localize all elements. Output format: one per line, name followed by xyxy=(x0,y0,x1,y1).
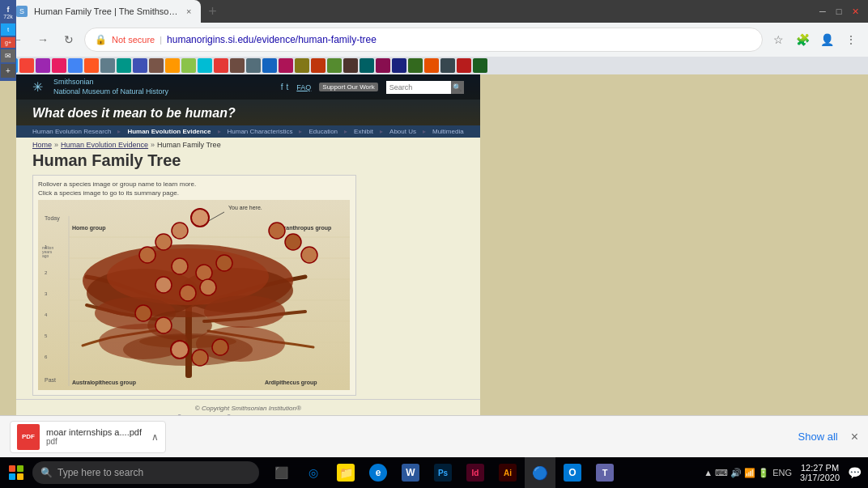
nav-item-multimedia[interactable]: Multimedia xyxy=(432,128,464,135)
tray-volume-icon[interactable]: 🔊 xyxy=(730,468,742,478)
ext-21[interactable] xyxy=(327,58,342,73)
notification-button[interactable]: 💬 xyxy=(848,466,862,479)
tray-keyboard-icon[interactable]: ⌨ xyxy=(715,468,728,478)
download-info: moar internships a....pdf pdf xyxy=(46,427,142,446)
svg-point-47 xyxy=(196,265,212,281)
tree-instruction-2: Click a species image to go to its summa… xyxy=(38,189,351,197)
ext-5[interactable] xyxy=(68,58,83,73)
outlook-icon: O xyxy=(564,464,581,482)
tab-close-button[interactable]: × xyxy=(186,6,191,16)
file-explorer-button[interactable]: 📁 xyxy=(330,457,361,488)
minimize-button[interactable]: ─ xyxy=(816,5,829,18)
ext-18[interactable] xyxy=(279,58,293,73)
nav-item-evolution-evidence[interactable]: Human Evolution Evidence xyxy=(127,128,211,135)
language-indicator[interactable]: ENG xyxy=(772,468,792,477)
taskbar-search[interactable]: 🔍 Type here to search xyxy=(32,461,259,484)
svg-text:Ardipithecus group: Ardipithecus group xyxy=(265,380,317,386)
more-share-button[interactable]: + xyxy=(1,74,15,78)
nav-item-about[interactable]: About Us xyxy=(389,128,416,135)
ext-22[interactable] xyxy=(343,58,358,73)
ext-28[interactable] xyxy=(440,58,455,73)
taskbar-search-placeholder: Type here to search xyxy=(57,467,143,478)
url-bar[interactable]: 🔒 Not secure | humanorigins.si.edu/evide… xyxy=(84,28,763,52)
ext-12[interactable] xyxy=(181,58,196,73)
nav-item-education[interactable]: Education xyxy=(308,128,338,135)
faq-link[interactable]: FAQ xyxy=(296,83,311,91)
support-link[interactable]: Support Our Work xyxy=(319,83,377,91)
maximize-button[interactable]: □ xyxy=(832,5,845,18)
twitter-header-icon[interactable]: t xyxy=(287,83,289,91)
ext-23[interactable] xyxy=(360,58,374,73)
ext-26[interactable] xyxy=(408,58,423,73)
ext-20[interactable] xyxy=(311,58,326,73)
ext-16[interactable] xyxy=(246,58,261,73)
ext-14[interactable] xyxy=(214,58,228,73)
ext-25[interactable] xyxy=(392,58,406,73)
chrome-button[interactable]: 🔵 xyxy=(525,457,555,488)
facebook-header-icon[interactable]: f xyxy=(281,83,283,91)
ext-3[interactable] xyxy=(36,58,50,73)
windows-logo-icon xyxy=(9,465,23,480)
ext-17[interactable] xyxy=(262,58,277,73)
active-tab[interactable]: S Human Family Tree | The Smithson... × xyxy=(6,0,201,23)
teams-button[interactable]: T xyxy=(589,457,620,488)
ext-27[interactable] xyxy=(424,58,439,73)
profile-button[interactable]: 👤 xyxy=(816,29,837,50)
bookmark-button[interactable]: ☆ xyxy=(768,29,789,50)
start-button[interactable] xyxy=(0,457,32,488)
file-explorer-icon: 📁 xyxy=(337,464,355,482)
header-search[interactable]: 🔍 xyxy=(386,81,464,94)
svg-point-51 xyxy=(200,279,216,295)
nav-item-characteristics[interactable]: Human Characteristics xyxy=(228,128,293,135)
nav-item-evolution-research[interactable]: Human Evolution Research xyxy=(32,128,111,135)
ext-6[interactable] xyxy=(84,58,99,73)
refresh-button[interactable]: ↻ xyxy=(58,29,79,50)
extension-button[interactable]: 🧩 xyxy=(792,29,813,50)
show-all-button[interactable]: Show all xyxy=(798,431,838,443)
outlook-button[interactable]: O xyxy=(557,457,588,488)
svg-text:Australopithecus group: Australopithecus group xyxy=(72,380,136,386)
ext-15[interactable] xyxy=(230,58,245,73)
forward-button[interactable]: → xyxy=(32,29,53,50)
ext-30[interactable] xyxy=(473,58,487,73)
svg-text:6: 6 xyxy=(45,354,48,359)
nav-item-exhibit[interactable]: Exhibit xyxy=(354,128,373,135)
ext-13[interactable] xyxy=(198,58,212,73)
tray-battery-icon[interactable]: 🔋 xyxy=(758,468,769,478)
search-input[interactable] xyxy=(386,81,451,94)
edge-button[interactable]: e xyxy=(363,457,394,488)
window-close-button[interactable]: ✕ xyxy=(849,5,862,18)
download-options-button[interactable]: ∧ xyxy=(151,431,159,443)
ext-11[interactable] xyxy=(165,58,180,73)
ext-2[interactable] xyxy=(19,58,34,73)
tray-expand-icon[interactable]: ▲ xyxy=(704,468,713,477)
illustrator-button[interactable]: Ai xyxy=(492,457,523,488)
ext-24[interactable] xyxy=(376,58,390,73)
new-tab-button[interactable]: + xyxy=(201,0,223,23)
webpage-wrapper: f 72k t g+ ✉ + ✳ Smithsonian National Mu… xyxy=(0,74,868,415)
tray-network-icon[interactable]: 📶 xyxy=(744,468,755,478)
breadcrumb-parent[interactable]: Human Evolution Evidence xyxy=(61,141,148,149)
word-icon: W xyxy=(402,464,419,482)
cortana-button[interactable]: ◎ xyxy=(298,457,329,488)
ext-9[interactable] xyxy=(133,58,147,73)
ext-19[interactable] xyxy=(295,58,309,73)
ext-8[interactable] xyxy=(117,58,131,73)
photoshop-button[interactable]: Ps xyxy=(428,457,458,488)
svg-text:4: 4 xyxy=(45,312,48,317)
task-view-button[interactable]: ⬛ xyxy=(266,457,296,488)
smithsonian-sunburst-icon: ✳ xyxy=(32,79,49,95)
breadcrumb-home[interactable]: Home xyxy=(32,141,52,149)
clock[interactable]: 12:27 PM 3/17/2020 xyxy=(795,463,845,482)
indesign-button[interactable]: Id xyxy=(460,457,491,488)
word-button[interactable]: W xyxy=(395,457,426,488)
ext-29[interactable] xyxy=(457,58,471,73)
ext-4[interactable] xyxy=(52,58,66,73)
menu-button[interactable]: ⋮ xyxy=(840,29,862,50)
social-sidebar: f 72k t g+ ✉ + xyxy=(0,74,16,81)
ext-10[interactable] xyxy=(149,58,164,73)
edge-icon: e xyxy=(369,464,387,482)
download-bar-close-button[interactable]: × xyxy=(851,430,858,444)
search-submit-button[interactable]: 🔍 xyxy=(451,81,464,94)
ext-7[interactable] xyxy=(100,58,115,73)
